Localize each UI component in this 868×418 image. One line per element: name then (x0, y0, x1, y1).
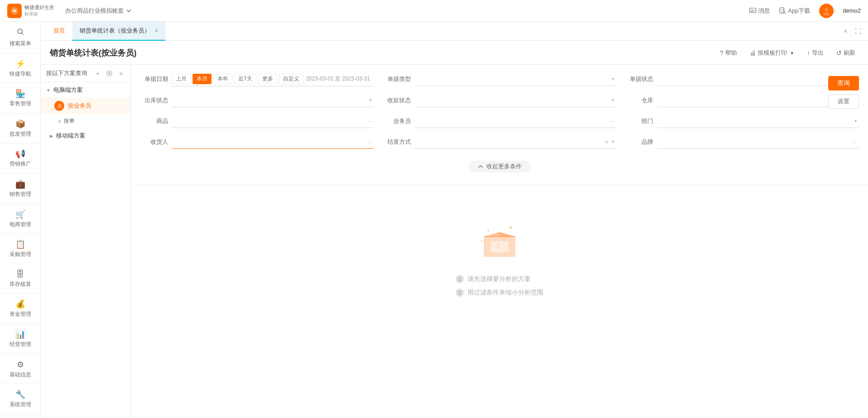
dept-label: 部门 (625, 117, 657, 125)
out-status-field: 出库状态 ▾ (140, 94, 374, 107)
edit-scheme-button[interactable] (105, 69, 113, 77)
empty-hint-1: 1 请先选择要分析的方案 (456, 275, 543, 283)
date-btn-more[interactable]: 更多 (258, 74, 277, 84)
doc-type-field: 单据类型 ▾ (383, 72, 617, 86)
receiver-more-icon[interactable]: ··· (366, 139, 374, 145)
scheme-panel: 按以下方案查询 + (41, 65, 131, 418)
tab-home[interactable]: 首页 (46, 22, 72, 41)
sidebar-item-ecommerce-label: 电商管理 (9, 221, 31, 228)
settle-input[interactable]: × ▾ (415, 135, 617, 149)
collapse-up-icon (477, 163, 484, 170)
tab-bar-actions: × ⛶ (841, 27, 863, 36)
header-actions: ? 帮助 🖨 按模板打印 ▼ ↑ 导出 ↺ (716, 47, 859, 59)
tab-expand-button[interactable]: ⛶ (854, 27, 863, 36)
date-btn-last-month[interactable]: 上月 (172, 74, 191, 84)
add-scheme-button[interactable]: + (94, 69, 102, 77)
collapse-panel-button[interactable]: « (117, 69, 125, 77)
salesperson-input[interactable]: ··· (415, 114, 617, 128)
sidebar-item-enterprise[interactable]: 🤝 企业协同 (0, 414, 40, 418)
settings-button[interactable]: 设置 (828, 94, 859, 109)
collapse-button[interactable]: 收起更多条件 (468, 161, 531, 172)
app-download-label: App下载 (788, 7, 810, 15)
svg-point-14 (481, 240, 483, 242)
header-section: 销货单统计表(按业务员) ? 帮助 🖨 按模板打印 ▼ ↑ (41, 41, 868, 65)
brand-more-icon[interactable]: ··· (851, 139, 859, 145)
out-status-input[interactable]: ▾ (172, 94, 374, 107)
date-btn-7days[interactable]: 近7天 (234, 74, 256, 84)
sidebar: 搜索菜单 ⚡ 快捷导航 🏪 零售管理 📦 批发管理 📢 营销推广 💼 销售管理 … (0, 22, 41, 418)
user-avatar[interactable] (819, 4, 834, 18)
doc-type-input[interactable]: ▾ (415, 72, 617, 86)
tab-close-icon[interactable]: × (155, 27, 158, 34)
sidebar-item-retail[interactable]: 🏪 零售管理 (0, 83, 40, 114)
sidebar-item-marketing[interactable]: 📢 营销推广 (0, 143, 40, 174)
collect-status-input[interactable]: ▾ (415, 94, 617, 107)
purchase-icon: 📋 (15, 239, 25, 249)
sidebar-item-purchase-label: 采购管理 (9, 251, 31, 258)
sidebar-item-quicknav[interactable]: ⚡ 快捷导航 (0, 53, 40, 84)
date-btn-this-month[interactable]: 本月 (193, 74, 212, 84)
goods-more-icon[interactable]: ··· (366, 118, 374, 124)
receiver-field: 收货人 ··· (140, 135, 374, 149)
collapse-icon: « (119, 70, 123, 77)
salesperson-more-icon[interactable]: ··· (608, 118, 616, 124)
sidebar-item-ecommerce[interactable]: 🛒 电商管理 (0, 204, 40, 234)
collapse-section: 收起更多条件 (140, 156, 859, 177)
scheme-item-salesperson[interactable]: 员 按业务员 (41, 98, 131, 114)
date-btn-custom[interactable]: 自定义 (279, 74, 303, 84)
help-button[interactable]: ? 帮助 (716, 47, 741, 59)
workspace-selector[interactable]: 办公用品行业模拟账套 (65, 7, 132, 15)
filter-row-1: 单据日期 上月 本月 本年 近7天 更多 (140, 72, 859, 86)
query-button[interactable]: 查询 (828, 76, 859, 90)
scheme-item-bysingle[interactable]: ≡ 按单 (41, 114, 131, 128)
goods-label: 商品 (140, 117, 172, 125)
filter-row-2: 出库状态 ▾ 收款状态 ▾ (140, 94, 859, 107)
sidebar-item-operations-label: 经营管理 (9, 341, 31, 348)
tab-close-button[interactable]: × (841, 27, 850, 36)
svg-rect-3 (783, 11, 786, 14)
goods-input[interactable]: ··· (172, 114, 374, 128)
settle-field: 结算方式 × ▾ (383, 135, 617, 149)
doc-type-label: 单据类型 (383, 75, 415, 83)
brand-input[interactable]: ··· (657, 135, 859, 149)
messages-button[interactable]: 消息 (749, 7, 770, 15)
export-button[interactable]: ↑ 导出 (803, 47, 827, 59)
warehouse-label: 仓库 (625, 96, 657, 104)
sidebar-item-finance[interactable]: 💰 资金管理 (0, 294, 40, 324)
export-icon: ↑ (807, 49, 810, 57)
tab-active[interactable]: 销货单统计表（按业务员） × (72, 22, 165, 41)
sidebar-item-wholesale[interactable]: 📦 批发管理 (0, 114, 40, 144)
hint-num-2: 2 (456, 289, 464, 297)
template-print-button[interactable]: 🖨 按模板打印 ▼ (746, 47, 798, 59)
dept-input[interactable]: ▾ (657, 114, 859, 128)
export-label: 导出 (812, 49, 824, 57)
sidebar-item-system[interactable]: 🔧 系统管理 (0, 384, 40, 414)
sidebar-item-system-label: 系统管理 (9, 401, 31, 408)
workspace-name: 办公用品行业模拟账套 (65, 7, 124, 15)
right-panel: 单据日期 上月 本月 本年 近7天 更多 (131, 65, 868, 418)
empty-hint-2: 2 用过滤条件来缩小分析范围 (456, 289, 543, 297)
date-btn-this-year[interactable]: 本年 (213, 74, 232, 84)
sidebar-item-sales[interactable]: 💼 销售管理 (0, 174, 40, 204)
doc-date-label: 单据日期 (140, 75, 172, 83)
sidebar-item-search-label: 搜索菜单 (9, 40, 31, 48)
svg-point-8 (108, 72, 110, 74)
doc-date-input[interactable]: 上月 本月 本年 近7天 更多 自定义 2023-03-01 至 2023-03… (172, 72, 374, 86)
download-icon (779, 7, 786, 14)
sales-icon: 💼 (15, 179, 25, 189)
sidebar-item-basic[interactable]: ⚙ 基础信息 (0, 354, 40, 385)
sidebar-item-purchase[interactable]: 📋 采购管理 (0, 234, 40, 264)
user-name[interactable]: demo2 (843, 7, 861, 14)
svg-point-15 (517, 245, 519, 247)
receiver-input[interactable]: ··· (172, 135, 374, 149)
user-avatar-icon (822, 6, 831, 15)
mobile-scheme-parent[interactable]: ▶ 移动端方案 (41, 128, 131, 143)
sidebar-item-search[interactable]: 搜索菜单 (0, 22, 40, 53)
refresh-button[interactable]: ↺ 刷新 (833, 47, 859, 59)
sidebar-item-inventory[interactable]: 🗄 库存核算 (0, 264, 40, 294)
app-download-button[interactable]: App下载 (779, 7, 810, 15)
sidebar-item-operations[interactable]: 📊 经营管理 (0, 324, 40, 354)
brand-label: 品牌 (625, 138, 657, 146)
pc-scheme-parent[interactable]: ▼ 电脑端方案 (41, 82, 131, 98)
settle-clear-icon[interactable]: × (603, 138, 610, 146)
